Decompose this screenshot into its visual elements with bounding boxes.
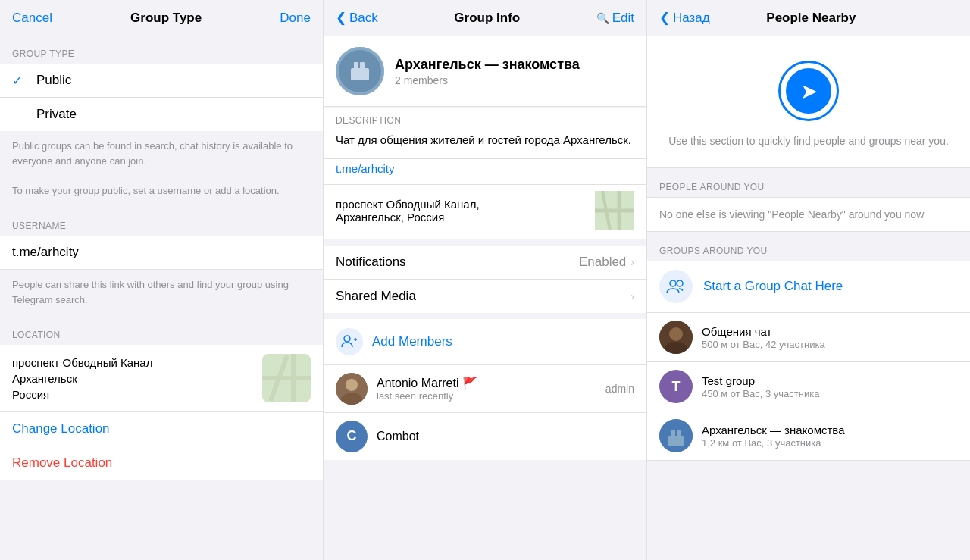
middle-back-button[interactable]: ❮ Back: [336, 10, 378, 26]
middle-edit-button[interactable]: 🔍 Edit: [596, 11, 634, 26]
group-item-row[interactable]: Общения чат 500 м от Вас, 42 участника: [647, 313, 970, 362]
description-label: DESCRIPTION: [324, 108, 646, 129]
member-name: Antonio Marreti 🚩: [377, 376, 596, 390]
public-checkmark: ✓: [12, 74, 27, 88]
username-section-header: USERNAME: [0, 208, 323, 236]
svg-point-9: [344, 336, 350, 342]
search-icon: 🔍: [596, 12, 609, 24]
people-section: PEOPLE AROUND YOU No one else is viewing…: [647, 174, 970, 232]
member-info-2: Combot: [377, 430, 634, 443]
username-info: People can share this link with others a…: [0, 270, 323, 318]
username-field[interactable]: t.me/arhcity: [0, 236, 323, 270]
member-status: last seen recently: [377, 390, 596, 402]
left-panel: Cancel Group Type Done GROUP TYPE ✓ Publ…: [0, 0, 324, 560]
svg-rect-4: [360, 62, 365, 71]
middle-panel: ❮ Back Group Info 🔍 Edit Архангельск — з…: [324, 0, 647, 560]
svg-point-18: [669, 327, 683, 341]
group-members: 2 members: [395, 74, 580, 86]
group-name: Архангельск — знакомства: [395, 57, 580, 73]
start-group-label: Start a Group Chat Here: [703, 279, 843, 294]
people-section-title: PEOPLE AROUND YOU: [647, 174, 970, 197]
done-button[interactable]: Done: [280, 11, 311, 26]
add-members-icon: [336, 328, 363, 355]
group-item-sub-2: 1,2 км от Вас, 3 участника: [702, 437, 845, 449]
middle-nav-bar: ❮ Back Group Info 🔍 Edit: [324, 0, 646, 36]
svg-point-13: [346, 379, 358, 391]
remove-location-button[interactable]: Remove Location: [0, 446, 323, 480]
notifications-value: Enabled: [579, 255, 626, 270]
notifications-row[interactable]: Notifications Enabled ›: [324, 246, 646, 280]
location-map-thumbnail: [262, 354, 311, 402]
group-type-section-header: GROUP TYPE: [0, 36, 323, 64]
private-option[interactable]: ✓ Private: [0, 98, 323, 131]
group-item-row-1[interactable]: T Test group 450 м от Вас, 3 участника: [647, 362, 970, 411]
group-info: Архангельск — знакомства 2 members: [395, 57, 580, 86]
svg-rect-22: [671, 430, 675, 437]
public-label: Public: [36, 73, 71, 88]
notifications-label: Notifications: [336, 255, 579, 270]
group-item-avatar-0: [659, 321, 693, 354]
svg-rect-21: [668, 436, 684, 446]
location-hero-desc: Use this section to quickly find people …: [668, 133, 949, 149]
group-item-name-1: Test group: [702, 374, 819, 387]
location-section-header: LOCATION: [0, 318, 323, 345]
group-item-avatar-1: T: [659, 370, 693, 403]
left-content: GROUP TYPE ✓ Public ✓ Private Public gro…: [0, 36, 323, 560]
group-header: Архангельск — знакомства 2 members: [324, 36, 646, 107]
notifications-chevron-icon: ›: [630, 256, 634, 268]
middle-nav-title: Group Info: [454, 11, 520, 26]
location-map-thumb: [595, 191, 634, 230]
people-empty-message: No one else is viewing "People Nearby" a…: [647, 197, 970, 232]
group-type-options: ✓ Public ✓ Private: [0, 64, 323, 131]
member-name-2: Combot: [377, 430, 634, 443]
right-back-button[interactable]: ❮ Назад: [659, 10, 710, 26]
add-members-label: Add Members: [372, 334, 452, 349]
left-nav-bar: Cancel Group Type Done: [0, 0, 323, 36]
group-item-info-0: Общения чат 500 м от Вас, 42 участника: [702, 325, 825, 350]
member-avatar-2: C: [336, 421, 368, 452]
flag-icon: 🚩: [462, 377, 477, 389]
change-location-button[interactable]: Change Location: [0, 412, 323, 446]
member-row[interactable]: Antonio Marreti 🚩 last seen recently adm…: [324, 365, 646, 413]
shared-media-label: Shared Media: [336, 289, 630, 304]
member-avatar: [336, 373, 368, 405]
description-section: DESCRIPTION Чат для общения жителей и го…: [324, 108, 646, 239]
group-item-avatar-2: [659, 419, 693, 452]
public-option[interactable]: ✓ Public: [0, 64, 323, 98]
middle-content: Архангельск — знакомства 2 members DESCR…: [324, 36, 646, 460]
right-nav-title: People Nearby: [766, 11, 856, 26]
svg-rect-3: [354, 62, 358, 71]
group-item-info-2: Архангельск — знакомства 1,2 км от Вас, …: [702, 424, 845, 449]
right-panel: ❮ Назад People Nearby ➤ Use this section…: [647, 0, 970, 560]
location-text: проспект Обводный КаналАрхангельскРоссия: [12, 355, 253, 402]
members-section: Add Members Antonio Marreti 🚩 last seen …: [324, 319, 646, 460]
cancel-button[interactable]: Cancel: [12, 11, 52, 26]
public-info: Public groups can be found in search, ch…: [0, 131, 323, 208]
description-text: Чат для общения жителей и гостей города …: [324, 129, 646, 158]
start-group-row[interactable]: Start a Group Chat Here: [647, 261, 970, 313]
location-text: проспект Обводный Канал,Архангельск, Рос…: [336, 198, 586, 224]
group-item-name-0: Общения чат: [702, 325, 825, 338]
back-chevron-icon: ❮: [336, 10, 346, 26]
shared-media-chevron-icon: ›: [630, 290, 634, 302]
settings-section: Notifications Enabled › Shared Media ›: [324, 246, 646, 313]
group-item-sub-1: 450 м от Вас, 3 участника: [702, 388, 819, 399]
group-item-name-2: Архангельск — знакомства: [702, 424, 845, 436]
location-icon-circle: ➤: [778, 61, 839, 121]
add-members-row[interactable]: Add Members: [324, 319, 646, 365]
group-item-row-2[interactable]: Архангельск — знакомства 1,2 км от Вас, …: [647, 411, 970, 461]
group-link[interactable]: t.me/arhcity: [324, 158, 646, 184]
shared-media-row[interactable]: Shared Media ›: [324, 280, 646, 313]
right-nav-bar: ❮ Назад People Nearby: [647, 0, 970, 36]
svg-point-16: [677, 280, 683, 286]
location-icon: ➤: [786, 68, 831, 114]
location-card: проспект Обводный КаналАрхангельскРоссия: [0, 345, 323, 412]
member-role: admin: [605, 383, 634, 395]
member-row[interactable]: C Combot: [324, 413, 646, 460]
location-hero: ➤ Use this section to quickly find peopl…: [647, 36, 970, 168]
svg-point-15: [670, 280, 676, 286]
private-label: Private: [36, 107, 77, 122]
groups-section-title: GROUPS AROUND YOU: [647, 238, 970, 261]
location-row: проспект Обводный Канал,Архангельск, Рос…: [324, 184, 646, 239]
start-group-icon: [659, 270, 693, 303]
